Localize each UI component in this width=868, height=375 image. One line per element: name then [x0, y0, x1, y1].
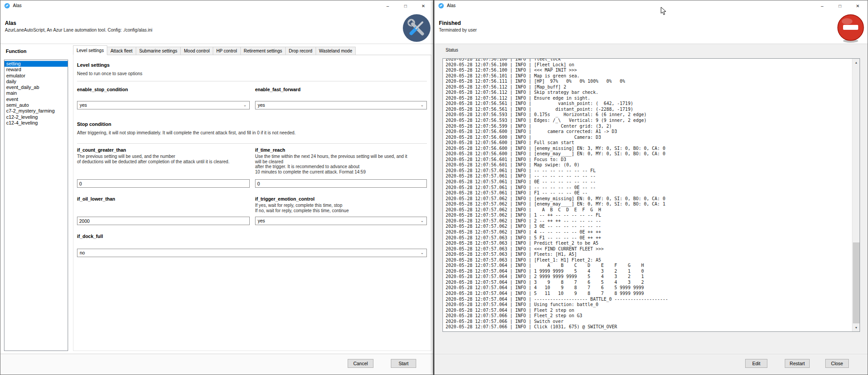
- status-group-label: Status: [446, 48, 458, 52]
- function-item-c12-4-leveling[interactable]: c12-4_leveling: [4, 120, 68, 126]
- start-button[interactable]: Start: [391, 359, 416, 368]
- scrollbar-thumb[interactable]: [853, 242, 860, 323]
- tab-drop-record[interactable]: Drop record: [286, 47, 316, 55]
- function-panel-label: Function: [6, 48, 26, 54]
- minimize-button[interactable]: –: [813, 0, 831, 11]
- enable-stop-condition-value: yes: [80, 101, 87, 109]
- restart-button[interactable]: Restart: [785, 359, 810, 368]
- footer: Edit Restart Close: [434, 354, 868, 375]
- function-item-reward[interactable]: reward: [4, 67, 68, 73]
- tab-level-settings[interactable]: Level settings: [73, 45, 107, 55]
- log-text: 2020-05-28 12:07:56.100 | INFO | fleet_l…: [446, 58, 668, 330]
- chevron-down-icon: ⌄: [420, 101, 426, 109]
- alas-config-window: Alas – □ ✕ Alas AzurLaneAutoScript, An A…: [0, 0, 434, 375]
- minimize-button[interactable]: –: [379, 0, 397, 11]
- label-if-time-reach: if_time_reach: [255, 147, 285, 153]
- enable-fast-forward-value: yes: [258, 101, 265, 109]
- function-list[interactable]: setting reward emulator daily event_dail…: [4, 60, 68, 351]
- alas-logo-icon: [438, 3, 444, 9]
- alas-logo-icon: [4, 3, 10, 9]
- function-item-emulator[interactable]: emulator: [4, 73, 68, 79]
- label-if-dock-full: if_dock_full: [77, 234, 103, 239]
- alas-log-window: Alas – □ ✕ Finished Terminated by user S…: [434, 0, 868, 375]
- function-item-daily[interactable]: daily: [4, 79, 68, 85]
- settings-tabbar: Level settings Attack fleet Submarine se…: [73, 45, 356, 55]
- log-scrollbar[interactable]: ▲ ▼: [852, 59, 860, 331]
- if-dock-full-value: no: [80, 249, 85, 257]
- cancel-button[interactable]: Cancel: [348, 359, 373, 368]
- if-oil-lower-than-input[interactable]: [77, 217, 250, 225]
- enable-stop-condition-select[interactable]: yes⌄: [77, 101, 250, 109]
- maximize-button[interactable]: □: [397, 0, 414, 11]
- chevron-down-icon: ⌄: [243, 101, 249, 109]
- close-window-button[interactable]: Close: [825, 359, 849, 368]
- footer: Cancel Start: [0, 354, 433, 375]
- section-desc-level-settings: Need to run once to save options: [77, 71, 142, 77]
- divider: [77, 143, 427, 144]
- tab-hp-control[interactable]: HP control: [213, 47, 241, 55]
- log-output[interactable]: 2020-05-28 12:07:56.100 | INFO | fleet_l…: [442, 58, 860, 332]
- label-if-count-greater-than: if_count_greater_than: [77, 147, 126, 153]
- tab-attack-fleet[interactable]: Attack fleet: [107, 47, 136, 55]
- function-item-semi-auto[interactable]: semi_auto: [4, 102, 68, 108]
- function-item-c7-2-mystery-farming[interactable]: c7-2_mystery_farming: [4, 108, 68, 114]
- desc-if-time-reach: Use the time within the next 24 hours, t…: [255, 154, 430, 174]
- titlebar[interactable]: Alas – □ ✕: [0, 0, 433, 11]
- section-title-stop-condition: Stop condition: [77, 121, 111, 127]
- enable-fast-forward-select[interactable]: yes⌄: [255, 101, 427, 109]
- if-trigger-emotion-control-value: yes: [258, 217, 265, 225]
- if-count-greater-than-input[interactable]: [77, 179, 250, 188]
- close-button[interactable]: ✕: [849, 0, 867, 11]
- function-item-c12-2-leveling[interactable]: c12-2_leveling: [4, 114, 68, 120]
- chevron-down-icon: ⌄: [420, 217, 426, 225]
- status-title: Finished: [439, 20, 461, 26]
- desc-if-count-greater-than: The previous setting will be used, and t…: [77, 154, 251, 164]
- tools-wrench-icon: [402, 14, 431, 43]
- stop-sign-icon: [836, 14, 865, 43]
- edit-button[interactable]: Edit: [745, 359, 767, 368]
- status-subtitle: Terminated by user: [439, 28, 477, 32]
- page-title: Alas: [5, 20, 16, 26]
- if-time-reach-input[interactable]: [255, 179, 427, 188]
- function-item-event-daily-ab[interactable]: event_daily_ab: [4, 85, 68, 90]
- label-if-trigger-emotion-control: if_trigger_emotion_control: [255, 196, 315, 202]
- chevron-down-icon: ⌄: [420, 249, 426, 257]
- function-item-setting[interactable]: setting: [4, 61, 68, 67]
- if-trigger-emotion-control-select[interactable]: yes⌄: [255, 217, 427, 225]
- section-desc-stop-condition: After triggering, it will not stop immed…: [77, 130, 429, 136]
- function-item-event[interactable]: event: [4, 97, 68, 102]
- page-subtitle: AzurLaneAutoScript, An Azur Lane automat…: [5, 28, 152, 32]
- titlebar[interactable]: Alas – □ ✕: [434, 0, 868, 11]
- tab-wasteland-mode[interactable]: Wasteland mode: [316, 47, 356, 55]
- close-button[interactable]: ✕: [414, 0, 432, 11]
- label-enable-stop-condition: enable_stop_condition: [77, 87, 128, 92]
- screen: Alas – □ ✕ Alas AzurLaneAutoScript, An A…: [0, 0, 868, 375]
- header-divider: [0, 44, 433, 44]
- scroll-down-icon[interactable]: ▼: [852, 324, 860, 331]
- tab-submarine-settings[interactable]: Submarine settings: [136, 47, 181, 55]
- window-title: Alas: [13, 3, 21, 8]
- section-title-level-settings: Level settings: [77, 62, 110, 68]
- scroll-up-icon[interactable]: ▲: [852, 59, 860, 66]
- mouse-cursor: [661, 7, 666, 17]
- if-dock-full-select[interactable]: no⌄: [77, 249, 427, 257]
- divider: [77, 81, 427, 81]
- window-title: Alas: [447, 3, 455, 8]
- tab-mood-control[interactable]: Mood control: [181, 47, 213, 55]
- label-if-oil-lower-than: if_oil_lower_than: [77, 196, 115, 202]
- function-item-main[interactable]: main: [4, 90, 68, 96]
- maximize-button[interactable]: □: [831, 0, 849, 11]
- tab-retirement-settings[interactable]: Retirement settings: [241, 47, 286, 55]
- desc-if-trigger-emotion-control: If yes, wait for reply, complete this ti…: [255, 203, 430, 213]
- label-enable-fast-forward: enable_fast_forward: [255, 87, 300, 92]
